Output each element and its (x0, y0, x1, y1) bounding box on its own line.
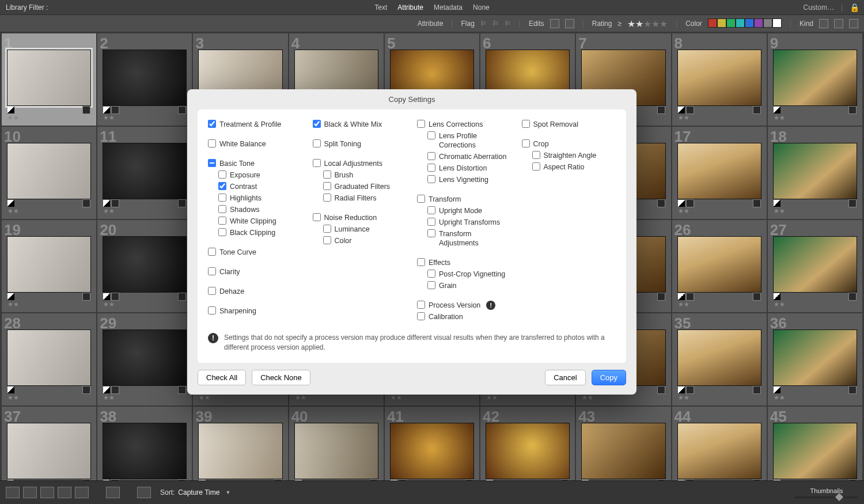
thumbnail[interactable] (773, 50, 857, 106)
grid-cell[interactable]: 39★★ (193, 407, 287, 481)
checkbox-highlights[interactable]: Highlights (218, 194, 302, 203)
painter-tool-icon[interactable] (106, 487, 120, 498)
cell-rating[interactable]: ★★ (103, 301, 115, 308)
thumbnail[interactable] (103, 236, 187, 293)
grid-cell[interactable]: 28★★ (2, 313, 96, 406)
checkbox-crop[interactable]: Crop (522, 139, 616, 149)
checkbox-tone-curve[interactable]: Tone Curve (208, 248, 302, 257)
survey-view-icon[interactable] (58, 487, 71, 498)
cell-rating[interactable]: ★★ (582, 394, 593, 401)
thumbnail[interactable] (294, 423, 378, 479)
cell-rating[interactable]: ★★ (486, 394, 498, 401)
checkbox-transform[interactable]: Transform (417, 195, 511, 204)
checkbox-post-crop-vignetting[interactable]: Post-Crop Vignetting (427, 270, 511, 279)
rating-star-2[interactable]: ★ (635, 19, 643, 29)
sort-dropdown[interactable]: Capture Time (178, 488, 219, 497)
filter-tab-none[interactable]: None (473, 3, 490, 12)
flag-unflagged-icon[interactable]: ⚐ (492, 20, 499, 28)
checkbox-exposure[interactable]: Exposure (218, 170, 302, 180)
cell-rating[interactable]: ★★ (7, 394, 19, 401)
filter-preset-dropdown[interactable]: Custom… (804, 3, 834, 12)
checkbox-white-clipping[interactable]: White Clipping (218, 217, 302, 226)
thumbnail[interactable] (773, 236, 857, 293)
checkbox-effects[interactable]: Effects (417, 258, 511, 267)
thumbnail[interactable] (7, 329, 91, 386)
checkbox-aspect-ratio[interactable]: Aspect Ratio (532, 162, 616, 172)
checkbox-contrast[interactable]: Contrast (218, 182, 302, 191)
grid-cell[interactable]: 1★★ (2, 33, 96, 126)
grid-cell[interactable]: 41★★ (385, 407, 479, 481)
checkbox-lens-distortion[interactable]: Lens Distortion (427, 164, 511, 173)
checkbox-radial-filters[interactable]: Radial Filters (323, 194, 407, 203)
edits-edited-icon[interactable] (550, 19, 559, 28)
checkbox-brush[interactable]: Brush (323, 170, 407, 180)
grid-cell[interactable]: 44★★ (672, 407, 767, 481)
grid-cell[interactable]: 40★★ (289, 407, 384, 481)
cell-rating[interactable]: ★★ (678, 301, 689, 308)
thumbnail[interactable] (7, 236, 91, 293)
grid-cell[interactable]: 11★★ (97, 127, 192, 219)
cell-rating[interactable]: ★★ (7, 301, 19, 308)
cell-rating[interactable]: ★★ (391, 394, 402, 401)
grid-cell[interactable]: 20★★ (97, 220, 192, 312)
grid-cell[interactable]: 38★★ (97, 407, 192, 481)
checkbox-white-balance[interactable]: White Balance (208, 139, 302, 149)
color-swatch-4[interactable] (745, 18, 754, 28)
rating-star-1[interactable]: ★ (627, 19, 635, 29)
loupe-view-icon[interactable] (23, 487, 37, 498)
thumbnail[interactable] (103, 143, 187, 199)
color-swatch-1[interactable] (717, 18, 726, 28)
rating-star-5[interactable]: ★ (660, 19, 668, 29)
cell-rating[interactable]: ★★ (7, 207, 19, 215)
thumbnail[interactable] (677, 143, 761, 199)
checkbox-shadows[interactable]: Shadows (218, 205, 302, 214)
cell-rating[interactable]: ★★ (103, 207, 115, 215)
cell-rating[interactable]: ★★ (774, 114, 785, 122)
checkbox-process-version[interactable]: Process Version! (417, 301, 511, 310)
checkbox-black-clipping[interactable]: Black Clipping (218, 228, 302, 237)
checkbox-black-white-mix[interactable]: Black & White Mix (313, 120, 407, 129)
checkbox-clarity[interactable]: Clarity (208, 267, 302, 276)
checkbox-transform-adjustments[interactable]: Transform Adjustments (427, 229, 511, 248)
flag-rejected-icon[interactable]: ⚐ (505, 20, 511, 28)
filter-tab-attribute[interactable]: Attribute (397, 3, 423, 12)
thumbnail[interactable] (7, 423, 91, 479)
cell-rating[interactable]: ★★ (103, 114, 115, 122)
checkbox-basic-tone[interactable]: Basic Tone (208, 159, 302, 168)
checkbox-upright-mode[interactable]: Upright Mode (427, 206, 511, 215)
cell-rating[interactable]: ★★ (103, 394, 115, 401)
thumbnail[interactable] (581, 423, 665, 479)
checkbox-color[interactable]: Color (323, 236, 407, 245)
grid-cell[interactable]: 36★★ (768, 313, 862, 406)
flag-picked-icon[interactable]: ⚐ (480, 20, 487, 28)
grid-cell[interactable]: 29★★ (97, 313, 192, 406)
people-view-icon[interactable] (75, 487, 89, 498)
checkbox-lens-profile-corrections[interactable]: Lens Profile Corrections (427, 131, 511, 150)
check-all-button[interactable]: Check All (198, 370, 246, 385)
thumbnail[interactable] (773, 423, 857, 479)
kind-virtual-icon[interactable] (834, 19, 843, 28)
grid-cell[interactable]: 37★★ (2, 407, 96, 481)
sort-direction-icon[interactable] (137, 487, 151, 498)
checkbox-lens-corrections[interactable]: Lens Corrections (417, 120, 511, 129)
filter-tab-text[interactable]: Text (374, 3, 387, 12)
cell-rating[interactable]: ★★ (7, 114, 19, 122)
kind-video-icon[interactable] (849, 19, 858, 28)
checkbox-grain[interactable]: Grain (427, 281, 511, 290)
grid-cell[interactable]: 8★★ (672, 33, 767, 126)
thumbnail[interactable] (677, 329, 761, 386)
color-swatch-7[interactable] (772, 18, 782, 28)
thumbnail-size-slider[interactable] (795, 497, 858, 498)
grid-cell[interactable]: 18★★ (768, 127, 862, 219)
checkbox-calibration[interactable]: Calibration (417, 312, 511, 321)
checkbox-local-adjustments[interactable]: Local Adjustments (313, 159, 407, 168)
cell-rating[interactable]: ★★ (774, 394, 785, 401)
chevron-down-icon[interactable]: ▼ (225, 490, 230, 495)
cell-rating[interactable]: ★★ (295, 394, 306, 401)
grid-cell[interactable]: 17★★ (672, 127, 767, 219)
color-swatch-6[interactable] (763, 18, 772, 28)
color-swatch-3[interactable] (736, 18, 745, 28)
filter-tab-metadata[interactable]: Metadata (434, 3, 463, 12)
checkbox-noise-reduction[interactable]: Noise Reduction (313, 213, 407, 222)
thumbnail[interactable] (390, 423, 474, 479)
